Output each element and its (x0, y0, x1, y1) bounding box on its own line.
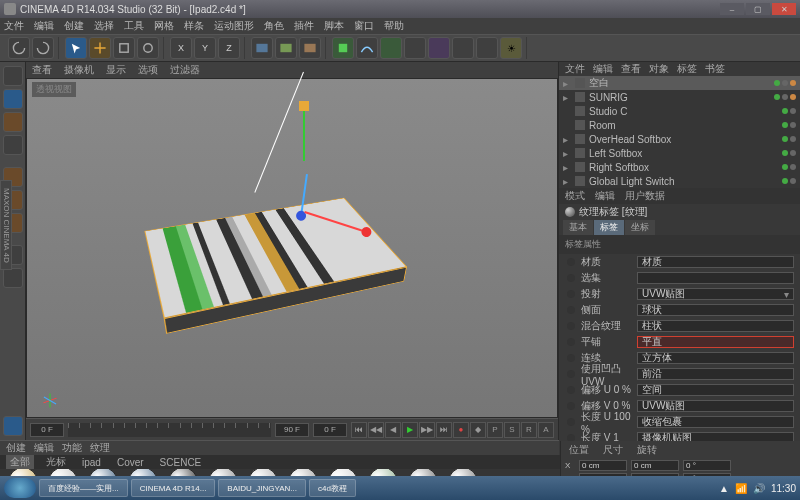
property-row[interactable]: 偏移 U 0 %空间 (559, 382, 800, 398)
vp-tab[interactable]: 查看 (32, 63, 52, 77)
mat-group[interactable]: SCENCE (156, 457, 206, 468)
mat-tab[interactable]: 编辑 (34, 441, 54, 455)
render-picture-button[interactable] (299, 37, 321, 59)
tree-item[interactable]: ▸Left Softbox (559, 146, 800, 160)
camera-button[interactable] (476, 37, 498, 59)
move-tool[interactable] (89, 37, 111, 59)
menu-样条[interactable]: 样条 (184, 19, 204, 33)
tree-item[interactable]: ▸SUNRIG (559, 90, 800, 104)
key-scale-button[interactable]: S (504, 422, 520, 438)
menu-插件[interactable]: 插件 (294, 19, 314, 33)
mat-tab[interactable]: 纹理 (90, 441, 110, 455)
taskbar-task[interactable]: BAIDU_JINGYAN... (218, 479, 306, 497)
menu-选择[interactable]: 选择 (94, 19, 114, 33)
goto-start-button[interactable]: ⏮ (351, 422, 367, 438)
z-axis-button[interactable]: Z (218, 37, 240, 59)
play-button[interactable]: ▶ (402, 422, 418, 438)
obj-tab[interactable]: 书签 (705, 62, 725, 76)
start-button[interactable] (4, 478, 36, 498)
vp-tab[interactable]: 显示 (106, 63, 126, 77)
cube-primitive-button[interactable] (332, 37, 354, 59)
autokey-button[interactable]: ◆ (470, 422, 486, 438)
attr-tab[interactable]: 用户数据 (625, 189, 665, 203)
menu-窗口[interactable]: 窗口 (354, 19, 374, 33)
property-row[interactable]: 投射UVW贴图 (559, 286, 800, 302)
tray-time[interactable]: 11:30 (771, 483, 796, 494)
tree-item[interactable]: Studio C (559, 104, 800, 118)
key-param-button[interactable]: A (538, 422, 554, 438)
timeline-start-field[interactable] (30, 423, 64, 437)
mat-group[interactable]: ipad (78, 457, 105, 468)
taskbar-task[interactable]: CINEMA 4D R14... (131, 479, 216, 497)
property-row[interactable]: 选集 (559, 270, 800, 286)
tree-item[interactable]: ▸空白 (559, 76, 800, 90)
attr-subtab[interactable]: 标签 (594, 220, 624, 235)
select-tool[interactable] (65, 37, 87, 59)
attr-subtab[interactable]: 基本 (563, 220, 593, 235)
timeline-current-field[interactable] (313, 423, 347, 437)
tray-sound-icon[interactable]: 🔊 (753, 483, 765, 494)
model-3d[interactable] (154, 178, 384, 318)
menu-文件[interactable]: 文件 (4, 19, 24, 33)
key-pos-button[interactable]: P (487, 422, 503, 438)
property-row[interactable]: 长度 U 100 %收缩包裹 (559, 414, 800, 430)
property-row[interactable]: 混合纹理柱状 (559, 318, 800, 334)
array-button[interactable] (404, 37, 426, 59)
render-settings-button[interactable] (275, 37, 297, 59)
attr-tab[interactable]: 编辑 (595, 189, 615, 203)
property-row[interactable]: 侧面球状 (559, 302, 800, 318)
timeline-end-field[interactable] (275, 423, 309, 437)
tree-item[interactable]: ▸Right Softbox (559, 160, 800, 174)
coord-input[interactable] (631, 460, 679, 471)
redo-button[interactable] (32, 37, 54, 59)
record-button[interactable]: ● (453, 422, 469, 438)
menu-网格[interactable]: 网格 (154, 19, 174, 33)
tree-item[interactable]: ▸Global Light Switch (559, 174, 800, 188)
gizmo-y-axis[interactable] (303, 106, 305, 161)
coord-input[interactable] (683, 460, 731, 471)
taskbar-task[interactable]: 百度经验——实用... (39, 479, 128, 497)
vp-tab[interactable]: 选项 (138, 63, 158, 77)
mat-group[interactable]: 全部 (6, 455, 34, 469)
maxon-side-tab[interactable]: MAXON CINEMA 4D (0, 180, 12, 270)
maximize-button[interactable]: ▢ (746, 3, 770, 15)
light-button[interactable]: ☀ (500, 37, 522, 59)
menu-运动图形[interactable]: 运动图形 (214, 19, 254, 33)
obj-tab[interactable]: 对象 (649, 62, 669, 76)
attr-subtab[interactable]: 坐标 (625, 220, 655, 235)
step-back-button[interactable]: ◀◀ (368, 422, 384, 438)
spline-button[interactable] (356, 37, 378, 59)
workplane-button[interactable] (3, 135, 23, 155)
rotate-tool[interactable] (137, 37, 159, 59)
menu-帮助[interactable]: 帮助 (384, 19, 404, 33)
x-axis-button[interactable]: X (170, 37, 192, 59)
attr-tab[interactable]: 模式 (565, 189, 585, 203)
timeline[interactable]: ⏮ ◀◀ ◀ ▶ ▶▶ ⏭ ● ◆ P S R A (26, 418, 558, 440)
make-editable-button[interactable] (3, 66, 23, 86)
texture-mode-button[interactable] (3, 112, 23, 132)
snap-button[interactable] (3, 268, 23, 288)
menu-工具[interactable]: 工具 (124, 19, 144, 33)
vp-tab[interactable]: 过滤器 (170, 63, 200, 77)
obj-tab[interactable]: 编辑 (593, 62, 613, 76)
menu-编辑[interactable]: 编辑 (34, 19, 54, 33)
obj-tab[interactable]: 查看 (621, 62, 641, 76)
minimize-button[interactable]: – (720, 3, 744, 15)
menu-角色[interactable]: 角色 (264, 19, 284, 33)
model-mode-button[interactable] (3, 89, 23, 109)
scale-tool[interactable] (113, 37, 135, 59)
tree-item[interactable]: Room (559, 118, 800, 132)
tree-item[interactable]: ▸OverHead Softbox (559, 132, 800, 146)
deformer-button[interactable] (428, 37, 450, 59)
nurbs-button[interactable] (380, 37, 402, 59)
obj-tab[interactable]: 文件 (565, 62, 585, 76)
property-row[interactable]: 平铺平直 (559, 334, 800, 350)
y-axis-button[interactable]: Y (194, 37, 216, 59)
undo-button[interactable] (8, 37, 30, 59)
property-row[interactable]: 材质材质 (559, 254, 800, 270)
render-view-button[interactable] (251, 37, 273, 59)
goto-end-button[interactable]: ⏭ (436, 422, 452, 438)
viewport[interactable]: 透视视图 (26, 78, 558, 418)
mat-tab[interactable]: 创建 (6, 441, 26, 455)
menu-脚本[interactable]: 脚本 (324, 19, 344, 33)
